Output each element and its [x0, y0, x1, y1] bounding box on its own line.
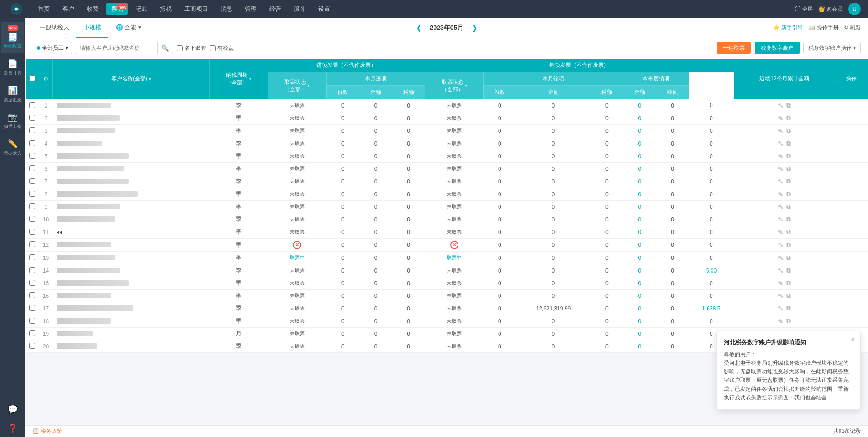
row-checkbox[interactable]	[29, 127, 35, 133]
copy-icon[interactable]: ⧉	[786, 305, 791, 312]
nav-operations[interactable]: 经营	[264, 3, 287, 15]
nav-business[interactable]: 工商项目	[179, 3, 213, 15]
ret-amount-link[interactable]: 0	[638, 115, 642, 122]
nav-manage[interactable]: 管理	[240, 3, 262, 15]
ret-amount-link[interactable]: 0	[638, 293, 642, 299]
manual-btn[interactable]: 📖 操作手册	[808, 24, 838, 32]
row-checkbox[interactable]	[29, 292, 35, 298]
tab-small-scale[interactable]: 小规模	[76, 18, 108, 38]
edit-icon[interactable]: ✎	[778, 203, 783, 211]
row-checkbox[interactable]	[29, 254, 35, 260]
tab-general-taxpayer[interactable]: 一般纳税人	[33, 18, 76, 38]
copy-icon[interactable]: ⧉	[786, 140, 791, 147]
edit-icon[interactable]: ✎	[778, 318, 783, 325]
outbound-status-filter-icon[interactable]: ▾	[465, 83, 467, 88]
row-checkbox[interactable]	[29, 153, 35, 159]
tab-omnipotent[interactable]: 🌐 全能 ▼	[108, 18, 149, 38]
sidebar-item-smart-ticket[interactable]: new 🧾 智能取票	[1, 22, 24, 53]
sidebar-item-help[interactable]: ❓	[1, 420, 24, 437]
edit-icon[interactable]: ✎	[778, 305, 783, 312]
client-filter-icon[interactable]: ▾	[149, 76, 151, 81]
edit-icon[interactable]: ✎	[778, 229, 783, 236]
has-tax-disk-checkbox[interactable]	[210, 45, 216, 51]
row-checkbox[interactable]	[29, 115, 35, 121]
edit-icon[interactable]: ✎	[778, 280, 783, 287]
copy-icon[interactable]: ⧉	[786, 203, 791, 211]
sidebar-item-invoice-summary[interactable]: 📊 票据汇总	[1, 82, 24, 107]
copy-icon[interactable]: ⧉	[786, 292, 791, 300]
ret-amount-link[interactable]: 0	[638, 268, 642, 274]
edit-icon[interactable]: ✎	[778, 254, 783, 262]
last12-value[interactable]: 5.00	[706, 268, 717, 274]
copy-icon[interactable]: ⧉	[786, 317, 791, 325]
sidebar-item-invoice-issue[interactable]: 📄 发票开具	[1, 55, 24, 80]
edit-icon[interactable]: ✎	[778, 115, 783, 122]
ret-amount-link[interactable]: 0	[638, 242, 642, 248]
edit-icon[interactable]: ✎	[778, 191, 783, 198]
vip-btn[interactable]: 👑 购会员	[818, 5, 843, 13]
select-all-checkbox[interactable]	[29, 75, 35, 81]
row-checkbox[interactable]	[29, 191, 35, 197]
nav-home[interactable]: 首页	[33, 3, 55, 15]
row-checkbox[interactable]	[29, 229, 35, 235]
tax-digital-account-btn[interactable]: 税务数字账户	[755, 42, 800, 54]
notification-close-btn[interactable]: ×	[851, 336, 855, 344]
ret-amount-link[interactable]: 0	[638, 153, 642, 160]
nav-settings[interactable]: 设置	[313, 3, 335, 15]
nav-accounting[interactable]: 记账	[130, 3, 153, 15]
ret-amount-link[interactable]: 0	[638, 141, 642, 147]
row-checkbox[interactable]	[29, 102, 35, 108]
checkbox-has-tax-disk[interactable]: 有税盘	[210, 44, 234, 52]
nav-tax[interactable]: 报税	[155, 3, 177, 15]
ret-amount-link[interactable]: 0	[638, 204, 642, 210]
nav-billing[interactable]: 收费	[81, 3, 104, 15]
ret-amount-link[interactable]: 0	[638, 280, 642, 287]
row-checkbox[interactable]	[29, 343, 35, 349]
employee-select[interactable]: 全部员工 ▾	[33, 42, 72, 54]
checkbox-own-accounts[interactable]: 名下账套	[177, 44, 206, 52]
tax-period-filter-icon[interactable]: ▾	[249, 76, 251, 81]
ret-amount-link[interactable]: 0	[638, 179, 642, 185]
copy-icon[interactable]: ⧉	[786, 190, 791, 198]
tax-digital-account-op-btn[interactable]: 税务数字账户操作 ▾	[803, 42, 861, 54]
edit-icon[interactable]: ✎	[778, 127, 783, 135]
tax-policy-link[interactable]: 📋 税务政策	[33, 428, 62, 435]
edit-icon[interactable]: ✎	[778, 216, 783, 223]
edit-icon[interactable]: ✎	[778, 102, 783, 109]
new-guide-btn[interactable]: ⭐ 新手引导	[773, 24, 803, 32]
one-key-ticket-btn[interactable]: 一键取票	[717, 42, 751, 54]
own-accounts-checkbox[interactable]	[177, 45, 183, 51]
row-checkbox[interactable]	[29, 280, 35, 286]
edit-icon[interactable]: ✎	[778, 153, 783, 160]
row-checkbox[interactable]	[29, 305, 35, 311]
nav-message[interactable]: 消息	[215, 3, 238, 15]
ret-amount-link[interactable]: 0	[638, 128, 642, 134]
row-checkbox[interactable]	[29, 241, 35, 247]
copy-icon[interactable]: ⧉	[786, 241, 791, 249]
edit-icon[interactable]: ✎	[778, 178, 783, 185]
copy-icon[interactable]: ⧉	[786, 267, 791, 274]
copy-icon[interactable]: ⧉	[786, 102, 791, 109]
ret-amount-link[interactable]: 0	[638, 255, 642, 261]
row-checkbox[interactable]	[29, 165, 35, 171]
sidebar-item-chat[interactable]: 💬	[1, 401, 24, 418]
row-checkbox[interactable]	[29, 318, 35, 324]
date-prev-btn[interactable]: ❮	[414, 23, 425, 33]
copy-icon[interactable]: ⧉	[786, 254, 791, 262]
nav-invoice[interactable]: 票据 new	[106, 3, 128, 15]
ret-amount-link[interactable]: 0	[638, 318, 642, 324]
copy-icon[interactable]: ⧉	[786, 127, 791, 135]
copy-icon[interactable]: ⧉	[786, 165, 791, 173]
ret-amount-link[interactable]: 0	[638, 103, 642, 109]
row-checkbox[interactable]	[29, 140, 35, 146]
inbound-status-filter-icon[interactable]: ▾	[307, 83, 310, 88]
search-button[interactable]: 🔍	[157, 42, 173, 54]
last12-value[interactable]: 1,638.5	[702, 305, 720, 312]
copy-icon[interactable]: ⧉	[786, 279, 791, 287]
ret-amount-link[interactable]: 0	[638, 343, 642, 350]
date-next-btn[interactable]: ❯	[469, 23, 480, 33]
row-checkbox[interactable]	[29, 216, 35, 222]
fullscreen-btn[interactable]: ⛶ 全屏	[795, 5, 812, 13]
sidebar-item-invoice-entry[interactable]: ✏️ 票据录入	[1, 135, 24, 160]
ret-amount-link[interactable]: 0	[638, 191, 642, 197]
